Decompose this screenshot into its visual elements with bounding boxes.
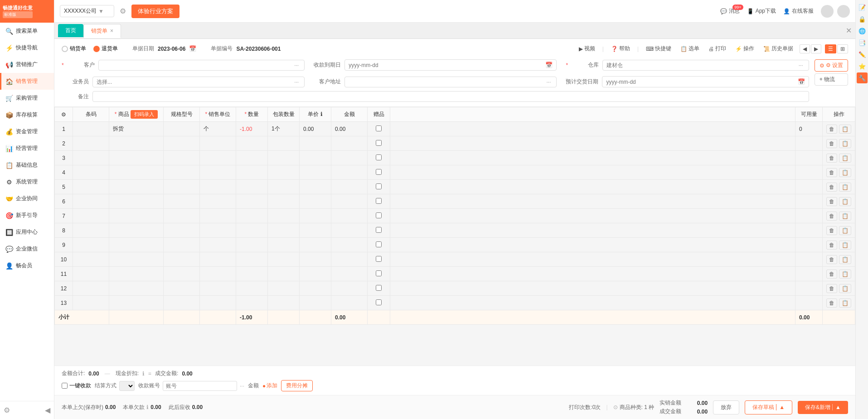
row-unit[interactable] [200, 223, 236, 238]
row-gift[interactable] [368, 281, 390, 296]
row-unit[interactable] [200, 238, 236, 252]
row-qty[interactable] [236, 238, 268, 252]
action-choose[interactable]: 📋 选单 [678, 43, 702, 54]
row-delete-btn[interactable]: 🗑 [826, 197, 837, 206]
warehouse-suffix-icon[interactable]: ··· [797, 62, 805, 68]
expected-date-icon[interactable]: 📅 [798, 78, 805, 85]
row-barcode[interactable] [73, 223, 109, 238]
row-copy-btn[interactable]: 📋 [839, 241, 851, 250]
user-avatar[interactable] [821, 5, 834, 18]
gift-check[interactable] [376, 227, 382, 233]
view-grid[interactable]: ⊞ [837, 44, 848, 53]
save-new-button[interactable]: 保存&新增 ▲ [798, 401, 848, 414]
row-amount[interactable] [331, 151, 368, 165]
row-gift[interactable] [368, 238, 390, 252]
row-unit[interactable] [200, 165, 236, 180]
row-product[interactable] [109, 296, 164, 310]
barcode-input[interactable] [77, 155, 105, 161]
row-spec[interactable] [164, 136, 200, 151]
row-barcode[interactable] [73, 136, 109, 151]
save-draft-button[interactable]: 保存草稿 ▲ [745, 400, 792, 414]
row-spec[interactable] [164, 267, 200, 281]
row-pack-qty[interactable] [268, 165, 300, 180]
row-delete-btn[interactable]: 🗑 [826, 139, 837, 148]
tool-note[interactable]: 📝 [857, 2, 868, 13]
row-price[interactable]: 0.00 [300, 122, 331, 136]
radio-return[interactable]: 退货单 [93, 45, 118, 53]
message-button[interactable]: 💬 消息 99+ [720, 7, 740, 15]
tab-home[interactable]: 首页 [58, 24, 83, 37]
row-barcode[interactable] [73, 209, 109, 223]
scan-button[interactable]: 扫码录入 [131, 110, 158, 119]
row-pack-qty[interactable] [268, 223, 300, 238]
add-button[interactable]: ● 添加 [262, 382, 277, 390]
settle-method-select[interactable] [119, 381, 135, 391]
row-barcode[interactable] [73, 267, 109, 281]
setting-button[interactable]: ⚙ ⚙ 设置 [815, 59, 848, 72]
account-input[interactable] [163, 381, 237, 391]
sidebar-item-quicknav[interactable]: ⚡快捷导航 [0, 39, 54, 56]
row-product[interactable] [109, 194, 164, 209]
row-delete-btn[interactable]: 🗑 [826, 168, 837, 177]
customer-addr-input[interactable] [349, 79, 544, 85]
save-new-arrow[interactable]: ▲ [832, 404, 841, 410]
salesperson-input[interactable] [97, 79, 292, 85]
settings-icon[interactable]: ⚙ [4, 406, 10, 414]
row-spec[interactable] [164, 238, 200, 252]
tool-doc[interactable]: 📑 [857, 37, 868, 48]
gift-check[interactable] [376, 125, 382, 131]
app-download-button[interactable]: 📱 App下载 [747, 7, 776, 15]
sidebar-item-inventory[interactable]: 📦库存核算 [0, 106, 54, 123]
row-spec[interactable] [164, 281, 200, 296]
row-qty[interactable] [236, 180, 268, 194]
row-spec[interactable] [164, 151, 200, 165]
row-qty[interactable] [236, 223, 268, 238]
row-amount[interactable] [331, 223, 368, 238]
row-gift[interactable] [368, 223, 390, 238]
row-gift[interactable] [368, 151, 390, 165]
row-unit[interactable] [200, 180, 236, 194]
row-barcode[interactable] [73, 281, 109, 296]
row-spec[interactable] [164, 180, 200, 194]
row-copy-btn[interactable]: 📋 [839, 212, 851, 221]
row-price[interactable] [300, 296, 331, 310]
action-shortcut[interactable]: ⌨ 快捷键 [643, 43, 674, 54]
logistics-button[interactable]: + 物流 [815, 73, 848, 86]
tool-orange[interactable]: 🔧 [857, 72, 868, 83]
row-product[interactable] [109, 165, 164, 180]
row-delete-btn[interactable]: 🗑 [826, 241, 837, 250]
barcode-input[interactable] [77, 300, 105, 306]
radio-sale[interactable]: 销货单 [62, 45, 86, 53]
row-copy-btn[interactable]: 📋 [839, 125, 851, 134]
row-gift[interactable] [368, 165, 390, 180]
company-gear-icon[interactable]: ⚙ [118, 5, 128, 17]
row-amount[interactable] [331, 281, 368, 296]
row-pack-qty[interactable] [268, 296, 300, 310]
row-product[interactable] [109, 281, 164, 296]
discount-info-icon[interactable]: ℹ [142, 371, 145, 377]
row-gift[interactable] [368, 122, 390, 136]
row-barcode[interactable] [73, 165, 109, 180]
gift-check[interactable] [376, 212, 382, 218]
row-price[interactable] [300, 151, 331, 165]
discard-button[interactable]: 放弃 [713, 400, 739, 414]
row-spec[interactable] [164, 252, 200, 267]
row-price[interactable] [300, 209, 331, 223]
nav-prev[interactable]: ◀ [800, 44, 810, 53]
row-gift[interactable] [368, 209, 390, 223]
row-pack-qty[interactable] [268, 151, 300, 165]
row-price[interactable] [300, 223, 331, 238]
barcode-input[interactable] [77, 227, 105, 234]
row-amount[interactable] [331, 180, 368, 194]
sidebar-item-purchase[interactable]: 🛒采购管理 [0, 90, 54, 106]
expense-button[interactable]: 费用分摊 [281, 380, 313, 391]
tool-star[interactable]: ⭐ [857, 61, 868, 72]
row-copy-btn[interactable]: 📋 [839, 183, 851, 192]
barcode-input[interactable] [77, 198, 105, 205]
row-barcode[interactable] [73, 151, 109, 165]
row-unit[interactable] [200, 296, 236, 310]
tab-close-icon[interactable]: × [110, 28, 113, 34]
row-qty[interactable] [236, 209, 268, 223]
gift-check[interactable] [376, 299, 382, 305]
tool-edit[interactable]: ✏️ [857, 49, 868, 60]
